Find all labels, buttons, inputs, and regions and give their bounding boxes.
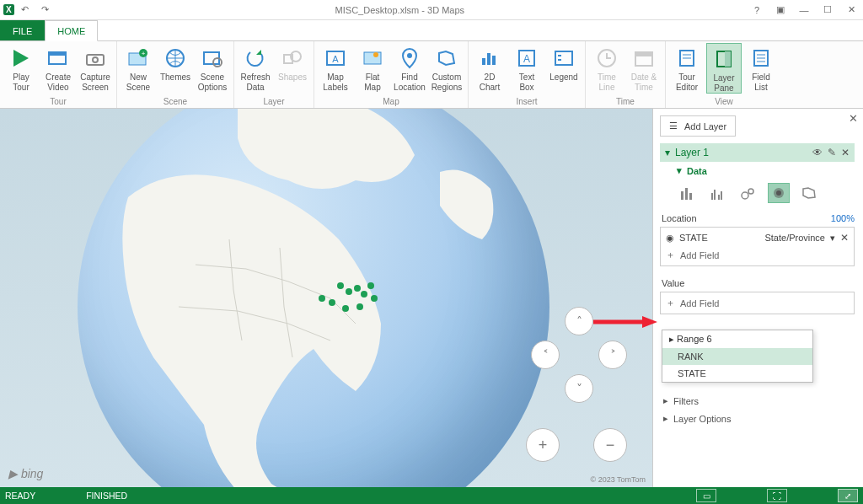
ribbon-options-icon[interactable]: ▣	[769, 0, 792, 20]
custom-regions-button[interactable]: Custom Regions	[429, 43, 464, 92]
scene-options-button[interactable]: Scene Options	[195, 43, 230, 92]
svg-rect-17	[482, 58, 485, 65]
globe[interactable]	[78, 109, 549, 487]
close-icon[interactable]: ✕	[839, 0, 863, 20]
layer-header[interactable]: ▾ Layer 1 👁 ✎ ✕	[660, 143, 855, 162]
pane-close-icon[interactable]: ✕	[849, 112, 858, 125]
location-percent[interactable]: 100%	[831, 213, 855, 223]
zoom-out-button[interactable]: −	[593, 428, 627, 462]
location-field-row[interactable]: ◉ STATE State/Province ▾ ✕	[664, 229, 850, 246]
maximize-icon[interactable]: ☐	[816, 0, 839, 20]
new-scene-button[interactable]: +New Scene	[121, 43, 156, 92]
capture-screen-button[interactable]: Capture Screen	[78, 43, 113, 92]
help-icon[interactable]: ?	[745, 0, 769, 20]
2d-chart-button[interactable]: 2D Chart	[472, 43, 507, 92]
window-title: MISC_Desktop.xlsm - 3D Maps	[55, 5, 745, 15]
field-list-button[interactable]: Field List	[743, 43, 779, 92]
rename-icon[interactable]: ✎	[828, 147, 836, 158]
svg-point-9	[213, 58, 222, 67]
viz-clustered-column-icon[interactable]	[707, 183, 729, 203]
viz-bubble-icon[interactable]	[737, 183, 759, 203]
text-box-button[interactable]: AText Box	[509, 43, 544, 92]
svg-point-16	[407, 53, 412, 58]
svg-rect-49	[685, 188, 688, 200]
globe-icon	[162, 45, 189, 72]
flat-map-button[interactable]: Flat Map	[355, 43, 390, 92]
map-view[interactable]: ▶ bing © 2023 TomTom ˄ ˅ ˂ ˃ + −	[0, 109, 652, 487]
svg-text:A: A	[523, 53, 530, 65]
editor-icon	[673, 45, 700, 72]
status-view-1-icon[interactable]: ▭	[696, 489, 716, 502]
location-add-field[interactable]: ＋ Add Field	[664, 246, 850, 264]
undo-icon[interactable]: ↶	[16, 2, 35, 19]
rotate-right-button[interactable]: ˃	[598, 340, 627, 369]
delete-layer-icon[interactable]: ✕	[841, 147, 850, 158]
zoom-in-button[interactable]: +	[526, 428, 560, 462]
add-layer-button[interactable]: ☰ Add Layer	[660, 115, 736, 137]
map-labels-button[interactable]: AMap Labels	[318, 43, 353, 92]
collapse-icon[interactable]: ▾	[665, 147, 670, 158]
labels-icon: A	[322, 45, 349, 72]
themes-button[interactable]: Themes	[158, 43, 193, 83]
svg-point-55	[742, 192, 748, 199]
play-tour-button[interactable]: Play Tour	[3, 43, 39, 92]
rotate-left-button[interactable]: ˂	[531, 340, 560, 369]
data-section-header[interactable]: ▾ Data	[660, 162, 855, 180]
new-scene-icon: +	[125, 45, 152, 72]
redo-icon[interactable]: ↷	[36, 2, 55, 19]
create-video-button[interactable]: Create Video	[40, 43, 76, 92]
find-location-button[interactable]: Find Location	[392, 43, 427, 92]
field-dropdown: ▸ Range 6 RANK STATE	[662, 330, 813, 383]
svg-point-15	[373, 52, 378, 57]
pin-icon	[396, 45, 423, 72]
legend-button[interactable]: Legend	[546, 43, 582, 83]
regions-icon	[433, 45, 460, 72]
layer-pane-button[interactable]: Layer Pane	[706, 43, 742, 94]
value-box: ＋ Add Field	[660, 292, 855, 314]
svg-rect-48	[681, 191, 683, 200]
value-add-field[interactable]: ＋ Add Field	[664, 294, 850, 312]
status-view-3-icon[interactable]: ⤢	[838, 489, 858, 502]
dropdown-item-rank[interactable]: RANK	[662, 348, 812, 365]
visibility-icon[interactable]: 👁	[812, 147, 823, 158]
tilt-down-button[interactable]: ˅	[565, 374, 593, 403]
group-label-insert: Insert	[472, 96, 582, 108]
flat-map-icon	[359, 45, 386, 72]
status-view-2-icon[interactable]: ⛶	[767, 489, 787, 502]
group-label-view: View	[669, 96, 779, 108]
viz-heatmap-icon[interactable]	[768, 183, 790, 203]
remove-field-icon[interactable]: ✕	[840, 232, 849, 244]
svg-rect-27	[635, 52, 652, 56]
timeline-icon	[593, 45, 620, 72]
options-icon	[199, 45, 226, 72]
viz-stacked-column-icon[interactable]	[677, 183, 699, 203]
nav-pad: ˄ ˅ ˂ ˃	[531, 307, 627, 403]
radio-icon[interactable]: ◉	[666, 233, 674, 244]
refresh-icon	[242, 45, 269, 72]
svg-rect-23	[558, 55, 561, 56]
filters-section[interactable]: ▸ Filters	[660, 390, 855, 408]
group-insert: 2D Chart AText Box Legend Insert	[469, 41, 586, 108]
viz-region-icon[interactable]	[798, 183, 820, 203]
location-field-name: STATE	[679, 233, 708, 243]
svg-point-56	[748, 189, 753, 194]
title-bar: X ↶ ↷ MISC_Desktop.xlsm - 3D Maps ? ▣ — …	[0, 0, 863, 20]
dropdown-header: ▸ Range 6	[662, 330, 812, 348]
minimize-icon[interactable]: —	[792, 0, 816, 20]
svg-point-42	[367, 282, 374, 289]
tilt-up-button[interactable]: ˄	[565, 307, 593, 335]
datetime-button: Date & Time	[626, 43, 662, 92]
svg-rect-19	[492, 56, 496, 65]
tour-editor-button[interactable]: Tour Editor	[669, 43, 705, 92]
dropdown-icon[interactable]: ▾	[830, 233, 835, 244]
svg-rect-32	[725, 51, 731, 67]
location-geo-type[interactable]: State/Province	[764, 233, 825, 243]
layer-options-section[interactable]: ▸ Layer Options	[660, 408, 855, 426]
plus-icon: ＋	[666, 249, 675, 261]
tab-file[interactable]: FILE	[0, 20, 45, 40]
group-label-time: Time	[589, 96, 662, 108]
status-ready: READY	[5, 491, 35, 501]
dropdown-item-state[interactable]: STATE	[662, 365, 812, 382]
tab-home[interactable]: HOME	[45, 20, 98, 41]
refresh-data-button[interactable]: Refresh Data	[238, 43, 273, 92]
